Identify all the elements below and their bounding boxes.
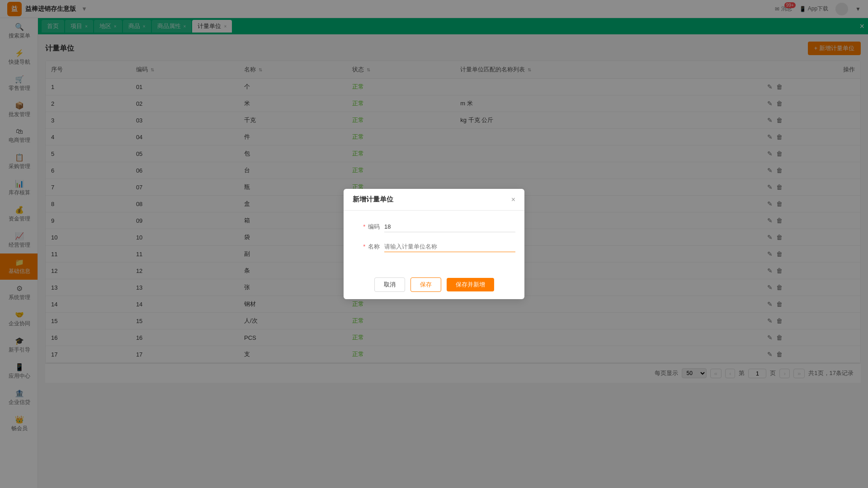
form-row-code: * 编码: [353, 221, 515, 232]
modal-header: 新增计量单位 ×: [344, 189, 524, 211]
form-row-name: * 名称: [353, 241, 515, 252]
modal-footer: 取消 保存 保存并新增: [344, 272, 524, 299]
required-star-name: *: [363, 243, 365, 250]
save-button[interactable]: 保存: [410, 277, 441, 292]
code-label: * 编码: [353, 223, 380, 231]
code-input[interactable]: [384, 221, 515, 232]
modal-overlay: 新增计量单位 × * 编码 * 名称 取消 保存 保存并新增: [0, 0, 868, 488]
save-new-button[interactable]: 保存并新增: [447, 278, 494, 291]
add-unit-modal: 新增计量单位 × * 编码 * 名称 取消 保存 保存并新增: [344, 189, 524, 299]
modal-body: * 编码 * 名称: [344, 211, 524, 272]
cancel-button[interactable]: 取消: [374, 277, 405, 292]
name-label: * 名称: [353, 243, 380, 251]
name-input[interactable]: [384, 241, 515, 252]
modal-close-btn[interactable]: ×: [511, 196, 515, 204]
modal-title: 新增计量单位: [353, 195, 393, 204]
required-star-code: *: [363, 223, 365, 230]
